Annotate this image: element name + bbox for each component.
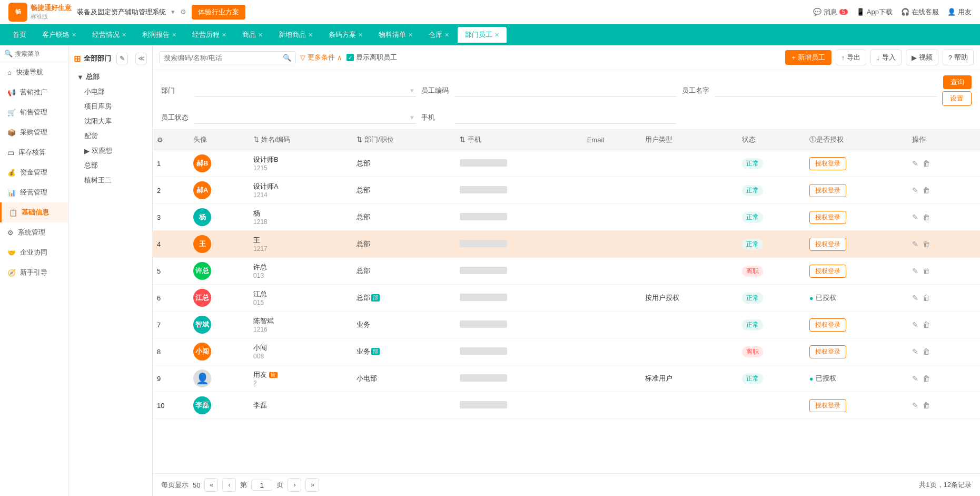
sidebar-item-purchase[interactable]: 📦 采购管理 [0, 122, 68, 142]
row-auth[interactable]: ●已授权 [805, 285, 908, 312]
tab-history[interactable]: 经营历程 ✕ [185, 27, 234, 43]
delete-btn[interactable]: 🗑 [923, 320, 930, 329]
last-page-btn[interactable]: » [305, 478, 319, 492]
auth-btn[interactable]: 授权登录 [809, 399, 846, 412]
dept-node-project[interactable]: 项目库房 [74, 99, 152, 114]
edit-btn[interactable]: ✎ [912, 374, 918, 383]
row-auth[interactable]: 授权登录 [805, 150, 908, 177]
help-btn[interactable]: ? 帮助 [943, 50, 974, 65]
sidebar-search[interactable]: 🔍 [0, 45, 68, 62]
auth-btn[interactable]: 授权登录 [809, 157, 846, 170]
add-employee-btn[interactable]: + 新增员工 [785, 50, 831, 65]
tab-close-icon[interactable]: ✕ [172, 32, 176, 38]
row-auth[interactable]: 授权登录 [805, 204, 908, 231]
edit-btn[interactable]: ✎ [912, 294, 918, 302]
set-btn[interactable]: 设置 [942, 91, 972, 106]
message-btn[interactable]: 💬 消息 5 [813, 7, 848, 17]
export-btn[interactable]: ↑ 导出 [836, 50, 867, 65]
tab-close-icon[interactable]: ✕ [122, 32, 126, 38]
delete-btn[interactable]: 🗑 [923, 213, 930, 221]
sidebar-item-collab[interactable]: 🤝 企业协同 [0, 242, 68, 262]
tab-department[interactable]: 部门员工 ✕ [458, 27, 507, 43]
tab-close-icon[interactable]: ✕ [308, 32, 313, 38]
query-btn[interactable]: 查询 [943, 75, 972, 89]
edit-btn[interactable]: ✎ [912, 186, 918, 194]
edit-btn[interactable]: ✎ [912, 240, 918, 248]
row-auth[interactable]: 授权登录 [805, 338, 908, 365]
col-settings[interactable]: ⚙ [153, 130, 189, 150]
dept-node-peihuo[interactable]: 配货 [74, 129, 152, 143]
row-auth[interactable]: ●已授权 [805, 365, 908, 392]
tab-add-goods[interactable]: 新增商品 ✕ [271, 27, 320, 43]
sidebar-item-sales[interactable]: 🛒 销售管理 [0, 102, 68, 122]
dept-node-shuanglu[interactable]: ▶ 双鹿想 [74, 143, 152, 158]
tab-operation[interactable]: 经营情况 ✕ [85, 27, 134, 43]
dept-node-zongbu-child[interactable]: 总部 [74, 158, 152, 173]
sidebar-item-finance[interactable]: 💰 资金管理 [0, 162, 68, 182]
tab-home[interactable]: 首页 [5, 27, 34, 43]
tab-close-icon[interactable]: ✕ [358, 32, 363, 38]
search-input[interactable] [164, 54, 280, 62]
col-phone[interactable]: ⇅ 手机 [456, 130, 582, 150]
tab-close-icon[interactable]: ✕ [444, 32, 449, 38]
delete-btn[interactable]: 🗑 [923, 374, 930, 383]
row-auth[interactable]: 授权登录 [805, 258, 908, 285]
edit-btn[interactable]: ✎ [912, 347, 918, 356]
row-auth[interactable]: 授权登录 [805, 392, 908, 419]
delete-btn[interactable]: 🗑 [923, 186, 930, 194]
row-auth[interactable]: 授权登录 [805, 177, 908, 204]
row-auth[interactable]: 授权登录 [805, 312, 908, 338]
settings-icon[interactable]: ⚙ [180, 8, 186, 16]
sidebar-item-marketing[interactable]: 📢 营销推广 [0, 82, 68, 102]
tab-close-icon[interactable]: ✕ [494, 32, 499, 38]
video-btn[interactable]: ▶ 视频 [906, 50, 938, 65]
prev-page-btn[interactable]: ‹ [222, 478, 236, 492]
auth-btn[interactable]: 授权登录 [809, 184, 846, 197]
edit-btn[interactable]: ✎ [912, 320, 918, 329]
tab-close-icon[interactable]: ✕ [408, 32, 413, 38]
delete-btn[interactable]: 🗑 [923, 159, 930, 168]
app-download-btn[interactable]: 📱 App下载 [856, 7, 893, 17]
delete-btn[interactable]: 🗑 [923, 240, 930, 248]
tab-goods[interactable]: 商品 ✕ [235, 27, 270, 43]
tab-close-icon[interactable]: ✕ [222, 32, 226, 38]
first-page-btn[interactable]: « [204, 478, 218, 492]
delete-btn[interactable]: 🗑 [923, 267, 930, 275]
dept-node-shenyang[interactable]: 沈阳大库 [74, 114, 152, 129]
col-dept[interactable]: ⇅ 部门/职位 [352, 130, 456, 150]
sidebar-item-system[interactable]: ⚙ 系统管理 [0, 222, 68, 242]
emp-code-input[interactable] [454, 84, 676, 97]
sidebar-search-input[interactable] [15, 50, 64, 57]
auth-btn[interactable]: 授权登录 [809, 238, 846, 251]
dept-node-zhishu[interactable]: 植树王二 [74, 173, 152, 188]
tab-barcode[interactable]: 条码方案 ✕ [321, 27, 370, 43]
phone-input[interactable] [454, 111, 676, 124]
auth-btn[interactable]: 授权登录 [809, 318, 846, 332]
edit-btn[interactable]: ✎ [912, 401, 918, 410]
tab-warehouse[interactable]: 仓库 ✕ [421, 27, 457, 43]
import-btn[interactable]: ↓ 导入 [870, 50, 902, 65]
col-name[interactable]: ⇅ 姓名/编码 [249, 130, 352, 150]
dept-select[interactable]: ▾ [194, 84, 416, 97]
page-input[interactable] [251, 480, 272, 491]
more-filter-btn[interactable]: ▽ 更多条件 ∧ [300, 53, 342, 62]
tab-profit[interactable]: 利润报告 ✕ [135, 27, 184, 43]
trial-button[interactable]: 体验行业方案 [192, 5, 245, 20]
delete-btn[interactable]: 🗑 [923, 401, 930, 410]
edit-btn[interactable]: ✎ [912, 159, 918, 168]
tab-close-icon[interactable]: ✕ [258, 32, 263, 38]
tab-bom[interactable]: 物料清单 ✕ [371, 27, 420, 43]
dept-node-zongbu-parent[interactable]: ▼ 总部 [68, 70, 152, 84]
user-btn[interactable]: 👤 用友 [947, 7, 972, 17]
delete-btn[interactable]: 🗑 [923, 347, 930, 356]
dept-node-xiaodian[interactable]: 小电部 [74, 84, 152, 99]
dept-collapse-btn[interactable]: ≪ [135, 53, 147, 64]
sidebar-item-operation[interactable]: 📊 经营管理 [0, 182, 68, 202]
delete-btn[interactable]: 🗑 [923, 294, 930, 302]
edit-btn[interactable]: ✎ [912, 267, 918, 275]
auth-btn[interactable]: 授权登录 [809, 345, 846, 358]
tab-customer[interactable]: 客户联络 ✕ [35, 27, 84, 43]
auth-btn[interactable]: 授权登录 [809, 265, 846, 278]
sidebar-item-basic[interactable]: 📋 基础信息 [0, 202, 68, 222]
dropdown-arrow-icon[interactable]: ▾ [171, 8, 175, 16]
